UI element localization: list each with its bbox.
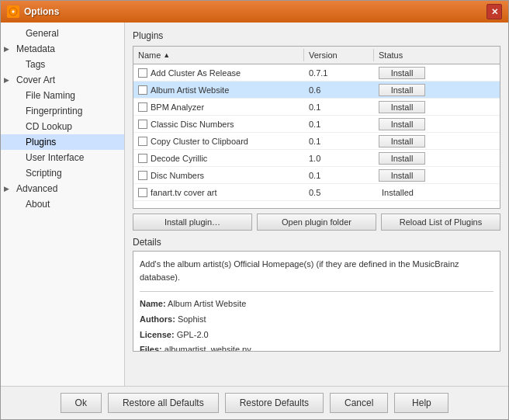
expand-arrow-icon: ▶ [4,45,13,53]
plugin-name-classic-disc: Classic Disc Numbers [151,120,234,129]
ok-button[interactable]: Ok [61,393,102,413]
install-button-album-artist[interactable]: Install [379,84,425,96]
details-license-value: GPL-2.0 [177,330,209,339]
sidebar-item-label: Cover Art [16,75,55,85]
sidebar-item-advanced[interactable]: ▶Advanced [1,181,124,196]
title-bar: Options ✕ [1,1,508,23]
sidebar-item-label: Advanced [16,183,57,194]
td-version-decode-cyrillic: 1.0 [304,152,374,165]
sidebar-item-label: User Interface [26,152,84,163]
th-name: Name ▲ [133,49,304,61]
sidebar-item-file-naming[interactable]: File Naming [1,88,124,103]
reload-list-button[interactable]: Reload List of Plugins [381,213,500,231]
sidebar-item-label: Plugins [26,137,56,148]
sidebar-item-general[interactable]: General [1,26,124,41]
table-row[interactable]: fanart.tv cover art0.5Installed [133,184,500,201]
expand-arrow-icon: ▶ [4,76,13,84]
bottom-actions: Install plugin… Open plugin folder Reloa… [133,213,500,231]
td-status-copy-cluster: Install [374,134,500,149]
td-status-add-cluster: Install [374,65,500,81]
details-section: Details Add's the album artist(s) Offici… [133,237,500,378]
help-button[interactable]: Help [394,393,448,413]
close-button[interactable]: ✕ [486,4,502,19]
install-button-copy-cluster[interactable]: Install [379,135,425,148]
plugin-name-decode-cyrillic: Decode Cyrillic [151,154,207,163]
details-name-value: Album Artist Website [168,299,246,308]
title-bar-left: Options [7,5,59,18]
details-description: Add's the album artist(s) Official Homep… [140,258,493,283]
td-version-add-cluster: 0.7.1 [304,67,374,79]
details-files-value: albumartist_website.py [164,345,251,352]
cancel-button[interactable]: Cancel [330,393,388,413]
sidebar-item-label: Metadata [16,43,55,54]
window-title: Options [24,6,59,17]
install-button-classic-disc[interactable]: Install [379,118,425,130]
install-plugin-button[interactable]: Install plugin… [133,213,252,231]
details-name-label: Name: [140,299,166,308]
plugin-checkbox-copy-cluster[interactable] [138,137,147,146]
sidebar-item-cover-art[interactable]: ▶Cover Art [1,72,124,88]
restore-button[interactable]: Restore Defaults [225,393,324,413]
sidebar-item-user-interface[interactable]: User Interface [1,150,124,165]
plugin-checkbox-bpm-analyzer[interactable] [138,102,147,112]
th-version: Version [304,49,374,61]
sidebar-item-label: CD Lookup [26,121,72,132]
sidebar-item-label: Scripting [26,168,62,179]
sidebar-item-scripting[interactable]: Scripting [1,165,124,181]
td-name-bpm-analyzer: BPM Analyzer [133,101,304,113]
sidebar-item-about[interactable]: About [1,196,124,212]
sidebar-item-plugins[interactable]: Plugins [1,134,124,150]
th-status-label: Status [379,50,403,60]
plugin-checkbox-fanart-cover[interactable] [138,188,147,197]
sidebar-item-label: File Naming [26,90,75,101]
td-version-bpm-analyzer: 0.1 [304,101,374,113]
options-window: Options ✕ General▶MetadataTags▶Cover Art… [0,0,509,420]
table-row[interactable]: Disc Numbers0.1Install [133,167,500,184]
table-row[interactable]: Decode Cyrillic1.0Install [133,150,500,167]
td-status-classic-disc: Install [374,116,500,132]
plugin-name-copy-cluster: Copy Cluster to Clipboard [151,137,248,146]
restore-all-button[interactable]: Restore all Defaults [108,393,219,413]
sidebar-item-label: Fingerprinting [26,106,82,116]
details-label: Details [133,237,500,248]
plugins-table: Name ▲ Version Status Add Cluster As Rel… [133,46,500,209]
sidebar-item-fingerprinting[interactable]: Fingerprinting [1,103,124,119]
install-button-decode-cyrillic[interactable]: Install [379,152,425,165]
plugin-checkbox-album-artist[interactable] [138,85,147,95]
install-button-bpm-analyzer[interactable]: Install [379,101,425,113]
footer: Ok Restore all Defaults Restore Defaults… [1,386,508,419]
td-version-classic-disc: 0.1 [304,118,374,130]
open-folder-button[interactable]: Open plugin folder [257,213,376,231]
details-authors-line: Authors: Sophist [140,312,493,328]
td-name-decode-cyrillic: Decode Cyrillic [133,152,304,165]
table-row[interactable]: BPM Analyzer0.1Install [133,99,500,116]
sidebar-item-cd-lookup[interactable]: CD Lookup [1,119,124,134]
table-row[interactable]: Classic Disc Numbers0.1Install [133,116,500,133]
plugin-checkbox-decode-cyrillic[interactable] [138,154,147,163]
td-version-fanart-cover: 0.5 [304,186,374,199]
table-row[interactable]: Add Cluster As Release0.7.1Install [133,64,500,82]
install-button-add-cluster[interactable]: Install [379,67,425,79]
sidebar-item-tags[interactable]: Tags [1,57,124,72]
td-status-bpm-analyzer: Install [374,99,500,115]
install-button-disc-numbers[interactable]: Install [379,169,425,182]
plugin-checkbox-disc-numbers[interactable] [138,171,147,180]
table-row[interactable]: Album Artist Website0.6Install [133,82,500,99]
plugin-checkbox-classic-disc[interactable] [138,120,147,129]
td-name-classic-disc: Classic Disc Numbers [133,118,304,130]
td-name-fanart-cover: fanart.tv cover art [133,186,304,199]
details-name-line: Name: Album Artist Website [140,297,493,312]
sidebar-item-metadata[interactable]: ▶Metadata [1,41,124,57]
expand-arrow-icon: ▶ [4,185,13,193]
th-version-label: Version [309,50,338,60]
plugin-checkbox-add-cluster[interactable] [138,68,147,78]
sidebar-item-label: Tags [26,59,45,70]
td-version-album-artist: 0.6 [304,84,374,96]
td-version-disc-numbers: 0.1 [304,169,374,182]
td-status-disc-numbers: Install [374,168,500,183]
td-name-copy-cluster: Copy Cluster to Clipboard [133,135,304,148]
plugin-name-bpm-analyzer: BPM Analyzer [151,102,204,112]
table-row[interactable]: Copy Cluster to Clipboard0.1Install [133,133,500,150]
details-license-label: License: [140,330,175,339]
td-status-album-artist: Install [374,82,500,98]
